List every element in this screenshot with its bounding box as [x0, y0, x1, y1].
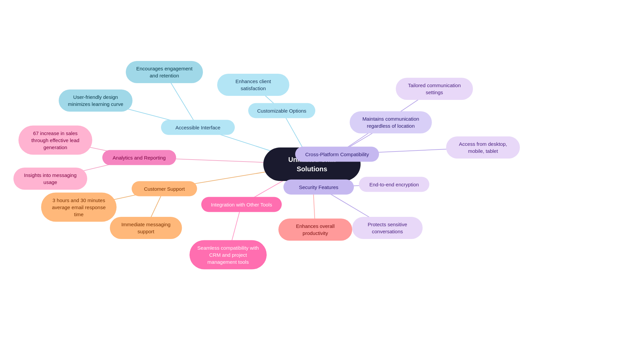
node-end-to-end: End-to-end encryption	[359, 177, 429, 192]
node-maintains-communication: Maintains communication regardless of lo…	[350, 111, 432, 133]
node-increase-sales: 67 increase in sales through effective l…	[18, 126, 92, 155]
node-security-features: Security Features	[283, 180, 354, 195]
mindmap-container: Unlimited Chat SolutionsAccessible Inter…	[0, 0, 644, 363]
node-user-friendly: User-friendly design minimizes learning …	[59, 89, 132, 112]
node-seamless-compatibility: Seamless compatibility with CRM and proj…	[190, 240, 267, 269]
node-customizable-options: Customizable Options	[248, 103, 315, 118]
node-cross-platform: Cross-Platform Compatibility	[295, 147, 379, 162]
node-insights-messaging: Insights into messaging usage	[13, 168, 87, 190]
node-integration-tools: Integration with Other Tools	[201, 197, 282, 212]
node-immediate-messaging: Immediate messaging support	[110, 217, 182, 239]
node-tailored-communication: Tailored communication settings	[396, 78, 473, 100]
node-enhances-productivity: Enhances overall productivity	[278, 219, 352, 241]
node-analytics-reporting: Analytics and Reporting	[102, 150, 176, 165]
node-encourages-engagement: Encourages engagement and retention	[126, 61, 203, 83]
node-access-devices: Access from desktop, mobile, tablet	[446, 136, 520, 159]
node-accessible-interface: Accessible Interface	[161, 120, 235, 135]
node-customer-support: Customer Support	[132, 181, 197, 196]
node-enhances-client: Enhances client satisfaction	[217, 74, 289, 96]
node-email-response: 3 hours and 30 minutes average email res…	[41, 193, 117, 222]
node-protects-sensitive: Protects sensitive conversations	[352, 217, 423, 239]
